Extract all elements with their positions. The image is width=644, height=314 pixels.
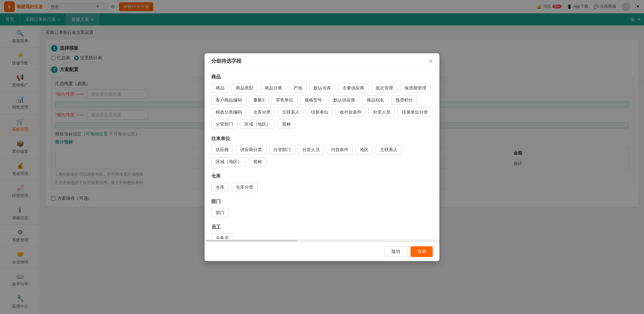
field-tag[interactable]: 仓库分类: [231, 183, 258, 192]
modal-body: 商品商品商品类型商品分类产地默认仓库主要供应商批次管理保质期管理客户商品编码重量…: [205, 69, 439, 239]
cancel-button[interactable]: 取消: [384, 246, 407, 257]
field-grid-仓库: 仓库仓库分类: [211, 183, 433, 192]
field-tag[interactable]: 供应商分类: [236, 145, 266, 154]
field-tag[interactable]: 分管人员: [298, 145, 324, 154]
field-tag[interactable]: 往来单位分类: [397, 108, 432, 117]
field-tag[interactable]: 主要供应商: [338, 83, 369, 93]
field-tag[interactable]: 拣货积分: [391, 96, 417, 105]
section-title-往来单位: 往来单位: [211, 136, 433, 142]
field-tag[interactable]: 商品: [211, 83, 229, 93]
field-grid-往来单位: 供应商供应商分类分管部门分管人员付款条件地区主联系人区域（地区）简称: [211, 145, 433, 167]
field-tag[interactable]: 简称: [278, 120, 295, 129]
field-tag[interactable]: 默认仓库: [309, 83, 335, 93]
field-tag[interactable]: 部门: [211, 208, 229, 217]
field-section-员工: 员工业务员: [211, 224, 433, 239]
field-section-仓库: 仓库仓库仓库分类: [211, 173, 433, 192]
field-tag[interactable]: 商品类型: [231, 83, 258, 93]
field-grid-员工: 业务员: [211, 234, 433, 239]
modal-scroll-bottom: [205, 239, 439, 242]
field-tag[interactable]: 主联系人: [376, 145, 402, 154]
field-tag[interactable]: 分管部门: [269, 145, 295, 154]
field-tag[interactable]: 付款条件: [327, 145, 353, 154]
confirm-button[interactable]: 查询: [411, 246, 433, 257]
field-tag[interactable]: 区域（地区）: [240, 120, 275, 129]
field-tag[interactable]: 税收分类编码: [211, 108, 246, 117]
field-tag[interactable]: 商品别名: [362, 96, 388, 105]
section-title-部门: 部门: [211, 199, 433, 205]
field-tag[interactable]: 商品分类: [260, 83, 286, 93]
field-tag[interactable]: 主联系人: [278, 108, 304, 117]
section-title-商品: 商品: [211, 74, 433, 80]
field-tag[interactable]: 仓库分类: [249, 108, 275, 117]
section-title-仓库: 仓库: [211, 173, 433, 179]
field-section-商品: 商品商品商品类型商品分类产地默认仓库主要供应商批次管理保质期管理客户商品编码重量…: [211, 74, 433, 129]
field-tag[interactable]: 收付款条件: [335, 108, 366, 117]
field-tag[interactable]: 零售单位: [271, 96, 298, 105]
field-tag[interactable]: 分管部门: [211, 120, 237, 129]
field-tag[interactable]: 规格型号: [300, 96, 326, 105]
field-section-部门: 部门部门: [211, 199, 433, 217]
field-tag[interactable]: 简称: [249, 157, 266, 167]
modal-close-icon[interactable]: ✕: [428, 58, 433, 64]
field-tag[interactable]: 仓库: [211, 183, 229, 192]
modal-overlay: 分组待选字段 ✕ 商品商品商品类型商品分类产地默认仓库主要供应商批次管理保质期管…: [0, 0, 644, 314]
section-title-员工: 员工: [211, 224, 433, 230]
field-tag[interactable]: 客户商品编码: [211, 96, 246, 105]
modal-title: 分组待选字段: [211, 58, 241, 64]
modal-footer: 取消 查询: [205, 242, 439, 261]
field-tag[interactable]: 批次管理: [371, 83, 397, 93]
field-tag[interactable]: 分管人员: [369, 108, 395, 117]
field-tag[interactable]: 重量3: [249, 96, 269, 105]
modal-header: 分组待选字段 ✕: [205, 53, 439, 69]
field-tag[interactable]: 业务员: [211, 234, 233, 239]
modal: 分组待选字段 ✕ 商品商品商品类型商品分类产地默认仓库主要供应商批次管理保质期管…: [205, 53, 439, 261]
field-tag[interactable]: 区域（地区）: [211, 157, 246, 167]
field-tag[interactable]: 结算单位: [307, 108, 333, 117]
field-grid-商品: 商品商品类型商品分类产地默认仓库主要供应商批次管理保质期管理客户商品编码重量3零…: [211, 83, 433, 129]
field-tag[interactable]: 默认供应商: [329, 96, 360, 105]
field-grid-部门: 部门: [211, 208, 433, 217]
field-tag[interactable]: 产地: [289, 83, 307, 93]
field-tag[interactable]: 保质期管理: [400, 83, 431, 93]
field-section-往来单位: 往来单位供应商供应商分类分管部门分管人员付款条件地区主联系人区域（地区）简称: [211, 136, 433, 167]
field-tag[interactable]: 供应商: [211, 145, 233, 154]
field-tag[interactable]: 地区: [356, 145, 373, 154]
